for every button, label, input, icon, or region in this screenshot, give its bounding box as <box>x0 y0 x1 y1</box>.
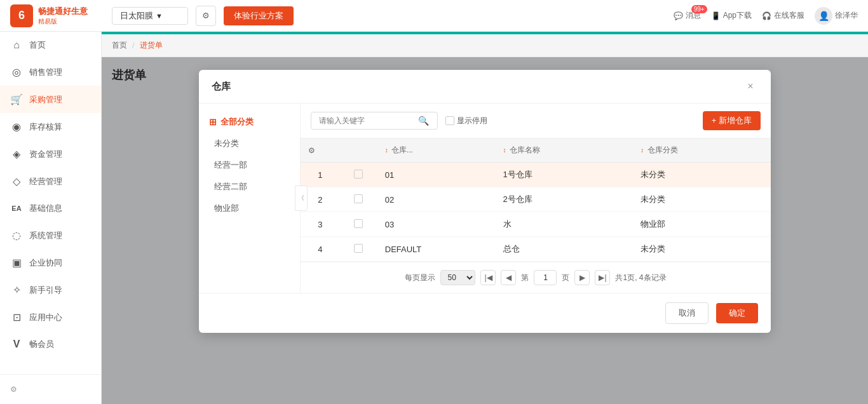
app-download-button[interactable]: 📱 App下载 <box>711 10 752 21</box>
row-name: 2号仓库 <box>496 187 634 212</box>
breadcrumb-home[interactable]: 首页 <box>112 40 127 51</box>
table-toolbar: 🔍 显示停用 + 新增仓库 <box>301 104 771 138</box>
inventory-icon: ◉ <box>10 121 23 133</box>
search-icon[interactable]: 🔍 <box>418 116 429 126</box>
sidebar-item-home[interactable]: ⌂ 首页 <box>0 32 101 58</box>
collapse-panel-button[interactable]: 《 <box>295 185 308 211</box>
category-panel: ⊞ 全部分类 未分类 经营一部 经营二部 物业部 《 <box>199 104 301 293</box>
header-right: 💬 消息 99+ 📱 App下载 🎧 在线客服 👤 徐泽华 <box>674 7 858 25</box>
sidebar-item-label: 系统管理 <box>29 230 62 241</box>
add-warehouse-button[interactable]: + 新增仓库 <box>703 111 761 130</box>
gear-button[interactable]: ⚙ <box>196 6 216 26</box>
sidebar-item-inventory[interactable]: ◉ 库存核算 <box>0 113 101 140</box>
category-all[interactable]: ⊞ 全部分类 <box>199 111 300 133</box>
table-row[interactable]: 3 03 水 物业部 <box>301 212 771 237</box>
row-category: 未分类 <box>633 187 771 212</box>
trial-button[interactable]: 体验行业方案 <box>224 6 294 25</box>
sidebar-settings-button[interactable]: ⚙ <box>0 380 101 399</box>
sidebar-item-vip[interactable]: V 畅会员 <box>0 331 101 358</box>
page-unit: 页 <box>562 273 569 283</box>
sidebar-item-finance[interactable]: ◈ 资金管理 <box>0 140 101 168</box>
sidebar-item-newguide[interactable]: ✧ 新手引导 <box>0 276 101 304</box>
sidebar-item-label: 经营管理 <box>29 176 62 187</box>
last-page-button[interactable]: ▶| <box>595 270 610 285</box>
row-checkbox[interactable] <box>340 212 377 237</box>
enterprise-icon: ▣ <box>10 257 23 269</box>
modal-overlay: 仓库 × ⊞ 全部分类 未分类 经营一部 经营 <box>102 57 868 404</box>
message-badge: 99+ <box>691 5 707 13</box>
sort-icon: ↕ <box>641 147 644 154</box>
sidebar-item-label: 应用中心 <box>29 312 62 323</box>
breadcrumb-current: 进货单 <box>140 40 163 51</box>
sidebar-item-purchase[interactable]: 🛒 采购管理 <box>0 86 101 113</box>
cancel-button[interactable]: 取消 <box>665 302 709 324</box>
sidebar-item-appcenter[interactable]: ⊡ 应用中心 <box>0 304 101 331</box>
sidebar-item-label: 库存核算 <box>29 121 62 133</box>
warehouse-table: ⚙ ↕ 仓库... ↕ <box>301 138 771 262</box>
sort-icon: ↕ <box>503 147 506 154</box>
category-item-unclassified[interactable]: 未分类 <box>199 133 300 154</box>
row-checkbox[interactable] <box>340 163 377 187</box>
next-page-button[interactable]: ▶ <box>574 270 590 285</box>
sidebar-bottom: ⚙ <box>0 374 101 404</box>
basic-icon: EA <box>10 205 23 212</box>
sidebar-item-sales[interactable]: ◎ 销售管理 <box>0 58 101 86</box>
headphone-icon: 🎧 <box>762 11 771 20</box>
top-header: 6 畅捷通好生意 精易版 日太阳膜 ▼ ⚙ 体验行业方案 💬 消息 99+ 📱 … <box>0 0 868 32</box>
row-category: 未分类 <box>633 237 771 262</box>
table-row[interactable]: 2 02 2号仓库 未分类 <box>301 187 771 212</box>
table-container: ⚙ ↕ 仓库... ↕ <box>301 138 771 262</box>
checkbox-icon <box>445 116 454 125</box>
page-size-select[interactable]: 50 10 20 100 <box>440 270 475 285</box>
show-disabled-checkbox[interactable]: 显示停用 <box>445 116 487 126</box>
app-body: ⌂ 首页 ◎ 销售管理 🛒 采购管理 ◉ 库存核算 ◈ 资金管理 ◇ 经营管理 … <box>0 32 868 404</box>
row-category: 未分类 <box>633 163 771 187</box>
search-input[interactable] <box>316 112 418 129</box>
th-settings: ⚙ <box>301 138 340 163</box>
service-label: 在线客服 <box>774 10 804 21</box>
sidebar-item-label: 采购管理 <box>29 94 62 105</box>
modal-close-button[interactable]: × <box>743 79 758 94</box>
home-icon: ⌂ <box>10 39 23 51</box>
sidebar-item-operation[interactable]: ◇ 经营管理 <box>0 168 101 195</box>
sidebar-item-label: 首页 <box>29 39 46 51</box>
sidebar-item-label: 企业协同 <box>29 257 62 269</box>
row-name: 水 <box>496 212 634 237</box>
logo-area: 6 畅捷通好生意 精易版 <box>10 4 112 27</box>
breadcrumb-sep: / <box>132 41 135 50</box>
sidebar-item-system[interactable]: ◌ 系统管理 <box>0 222 101 249</box>
header-middle: 日太阳膜 ▼ ⚙ 体验行业方案 <box>112 6 674 26</box>
category-item-property[interactable]: 物业部 <box>199 198 300 219</box>
total-label: 共1页, 4条记录 <box>615 273 666 283</box>
modal-title: 仓库 <box>212 81 231 93</box>
sidebar-item-enterprise[interactable]: ▣ 企业协同 <box>0 249 101 276</box>
row-code: 02 <box>377 187 496 212</box>
message-button[interactable]: 💬 消息 99+ <box>674 10 701 21</box>
service-button[interactable]: 🎧 在线客服 <box>762 10 804 21</box>
category-item-dept1[interactable]: 经营一部 <box>199 154 300 176</box>
page-area: 进货单 仓库 × ⊞ 全部分 <box>102 57 868 404</box>
table-panel: 🔍 显示停用 + 新增仓库 <box>301 104 771 293</box>
category-item-dept2[interactable]: 经营二部 <box>199 176 300 198</box>
table-row[interactable]: 4 DEFAULT 总仓 未分类 <box>301 237 771 262</box>
sidebar-item-basic[interactable]: EA 基础信息 <box>0 195 101 222</box>
chevron-down-icon: ▼ <box>156 12 163 20</box>
user-menu[interactable]: 👤 徐泽华 <box>815 7 858 25</box>
row-checkbox[interactable] <box>340 237 377 262</box>
th-name[interactable]: ↕ 仓库名称 <box>496 138 634 163</box>
row-number: 3 <box>301 212 340 237</box>
message-icon: 💬 <box>674 11 683 20</box>
first-page-button[interactable]: |◀ <box>480 270 496 285</box>
th-code[interactable]: ↕ 仓库... <box>377 138 496 163</box>
modal-warehouse: 仓库 × ⊞ 全部分类 未分类 经营一部 经营 <box>199 70 771 333</box>
settings-icon: ⚙ <box>10 385 17 394</box>
th-category[interactable]: ↕ 仓库分类 <box>633 138 771 163</box>
prev-page-button[interactable]: ◀ <box>501 270 516 285</box>
avatar: 👤 <box>815 7 832 25</box>
sidebar-item-label: 畅会员 <box>29 339 54 350</box>
table-row[interactable]: 1 01 1号仓库 未分类 <box>301 163 771 187</box>
row-checkbox[interactable] <box>340 187 377 212</box>
confirm-button[interactable]: 确定 <box>716 303 758 323</box>
page-input[interactable] <box>534 270 557 285</box>
store-selector[interactable]: 日太阳膜 ▼ <box>112 7 188 25</box>
